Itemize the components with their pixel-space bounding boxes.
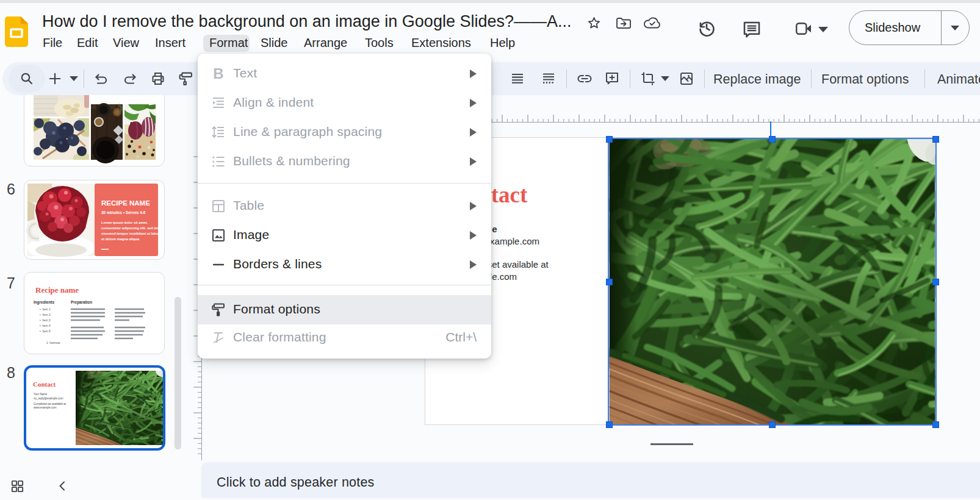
svg-text:no_reply@example.com: no_reply@example.com [34,397,63,400]
svg-text:Lorem ipsum dolor sit amet,: Lorem ipsum dolor sit amet, [101,221,148,224]
svg-text:• Item 4: • Item 4 [40,324,51,327]
svg-text:Completed set available at: Completed set available at [34,402,67,405]
svg-text:• Item 5: • Item 5 [40,330,51,333]
svg-text:• Item 1: • Item 1 [40,308,51,311]
svg-text:1: footnote: 1: footnote [46,341,60,345]
svg-text:www.example.com: www.example.com [34,406,57,409]
svg-text:30 minutes • Serves 4-6: 30 minutes • Serves 4-6 [101,210,146,215]
svg-text:et dolore magna aliqua.: et dolore magna aliqua. [101,237,140,241]
svg-text:Your Name: Your Name [34,393,48,396]
svg-text:RECIPE NAME: RECIPE NAME [101,199,150,207]
svg-text:consectetur adipiscing elit, s: consectetur adipiscing elit, sed do [101,226,159,230]
svg-text:• Item 3: • Item 3 [40,319,51,322]
svg-text:Ingredients: Ingredients [34,300,54,305]
svg-text:Preparation: Preparation [71,300,92,305]
svg-text:• Item 2: • Item 2 [40,313,51,316]
svg-text:eiusmod tempor incididunt ut l: eiusmod tempor incididunt ut labore [101,232,162,235]
svg-text:Recipe name: Recipe name [35,285,79,295]
